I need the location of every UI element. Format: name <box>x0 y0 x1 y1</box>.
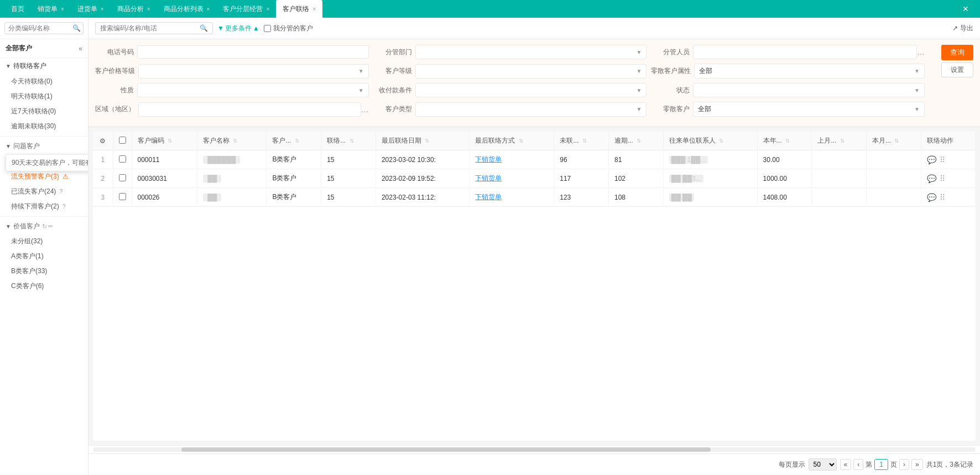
filter-action-buttons: 查询 设置 <box>941 45 973 77</box>
filter-customer-type-select[interactable]: ▼ <box>415 102 647 117</box>
scrollbar-thumb[interactable] <box>181 447 711 452</box>
filter-status-select[interactable]: ▼ <box>693 83 925 97</box>
filter-more-icon[interactable]: … <box>917 48 925 56</box>
row-name: ██ <box>197 188 267 207</box>
row-checkbox[interactable] <box>113 169 132 188</box>
settings-button[interactable]: 设置 <box>941 62 973 77</box>
row-overdue: 108 <box>608 188 663 207</box>
col-actions: 联络动作 <box>921 132 975 150</box>
row-overdue: 102 <box>608 169 663 188</box>
sidebar-item-ungroup[interactable]: 未分组(32) <box>0 234 88 249</box>
search-input[interactable] <box>100 24 200 32</box>
action-more-icon[interactable]: ⠿ <box>940 193 945 202</box>
scrollbar-track[interactable] <box>93 447 976 452</box>
filter-price-level-select[interactable]: ▼ <box>138 64 369 79</box>
collapse-icon[interactable]: « <box>79 45 82 53</box>
sidebar-item-churned[interactable]: 已流失客户(24) ? <box>0 184 88 199</box>
sidebar-item-class-c[interactable]: C类客户(6) <box>0 279 88 294</box>
filter-phone-input[interactable] <box>137 45 369 59</box>
select-all-checkbox[interactable] <box>119 137 126 144</box>
action-more-icon[interactable]: ⠿ <box>940 174 945 183</box>
close-purchase-order[interactable]: × <box>101 6 104 12</box>
page-navigation: « ‹ 第 1 页 › » <box>840 459 923 470</box>
sidebar-item-class-a[interactable]: A类客户(1) <box>0 249 88 264</box>
col-checkbox[interactable] <box>113 132 132 150</box>
row-actions[interactable]: 💬⠿ <box>921 188 975 207</box>
sidebar-item-tomorrow[interactable]: 明天待联络(1) <box>0 89 88 104</box>
sidebar-search-input[interactable] <box>4 22 84 34</box>
action-more-icon[interactable]: ⠿ <box>940 155 945 164</box>
close-product-analysis[interactable]: × <box>147 6 150 12</box>
row-actions[interactable]: 💬⠿ <box>921 169 975 188</box>
sidebar-item-churn-warning[interactable]: 流失预警客户(3) ⚠ <box>0 169 88 184</box>
sidebar-item-declining[interactable]: 持续下滑客户(2) ? <box>0 199 88 214</box>
filter-zero-customer-select[interactable]: 全部▼ <box>693 102 925 117</box>
close-customer-segment[interactable]: × <box>266 6 269 12</box>
sidebar-item-class-b[interactable]: B类客户(33) <box>0 264 88 279</box>
warning-icon: ⚠ <box>62 173 69 180</box>
filter-zero-attr-label: 零散客户属性 <box>651 66 691 76</box>
row-last-type[interactable]: 下销货单 <box>470 169 554 188</box>
nav-product-list[interactable]: 商品分析列表 × <box>157 0 217 18</box>
export-button[interactable]: ↗ 导出 <box>952 24 973 33</box>
value-edit-icon[interactable]: ✏ <box>48 223 53 230</box>
filter-customer-level-select[interactable]: ▼ <box>415 64 647 79</box>
nav-customer-segment[interactable]: 客户分层经营 × <box>216 0 276 18</box>
sidebar-item-7days[interactable]: 近7天待联络(0) <box>0 104 88 119</box>
filter-area-select[interactable] <box>138 102 361 117</box>
advanced-filter-panel: 电话号码 分管部门 ▼ 分管人员 … <box>88 39 980 127</box>
sidebar-item-overdue[interactable]: 逾期未联络(30) <box>0 119 88 134</box>
row-checkbox[interactable] <box>113 188 132 207</box>
filter-dept-select[interactable]: ▼ <box>415 45 647 59</box>
col-this-month: 本月... ⇅ <box>867 132 921 150</box>
search-icon[interactable]: 🔍 <box>200 24 208 32</box>
filter-staff-select[interactable] <box>693 45 917 59</box>
row-last-type[interactable]: 下销货单 <box>470 188 554 207</box>
nav-customer-contact[interactable]: 客户联络 × <box>276 0 322 18</box>
row-last-date: 2023-03-02 10:30: <box>376 150 470 169</box>
row-actions[interactable]: 💬⠿ <box>921 150 975 169</box>
sidebar-search-area: 🔍 <box>0 18 88 39</box>
row-company-contact: ██ ██ <box>663 188 757 207</box>
nav-product-analysis[interactable]: 商品分析 × <box>111 0 157 18</box>
col-settings[interactable]: ⚙ <box>93 132 113 150</box>
my-customers-check[interactable] <box>264 25 271 32</box>
all-customers-header[interactable]: 全部客户 « <box>0 39 88 58</box>
action-chat-icon[interactable]: 💬 <box>927 193 936 202</box>
first-page-btn[interactable]: « <box>840 459 852 470</box>
filter-area-more[interactable]: … <box>361 105 369 114</box>
horizontal-scrollbar[interactable] <box>88 445 980 453</box>
section-problem-customers[interactable]: ▼ 问题客户 <box>0 139 88 154</box>
col-name: 客户名称 ⇅ <box>197 132 267 150</box>
filter-zero-attr: 零散客户属性 全部▼ <box>651 64 925 79</box>
section-value-customers[interactable]: ▼ 价值客户 ↻ ✏ <box>0 219 88 234</box>
query-button[interactable]: 查询 <box>941 45 973 60</box>
action-chat-icon[interactable]: 💬 <box>927 155 936 164</box>
next-page-btn[interactable]: › <box>899 459 909 470</box>
close-sales-order[interactable]: × <box>61 6 64 12</box>
close-customer-contact[interactable]: × <box>312 6 316 12</box>
row-last-type[interactable]: 下销货单 <box>470 150 554 169</box>
nav-home[interactable]: 首页 <box>4 0 31 18</box>
section-pending-contact[interactable]: ▼ 待联络客户 <box>0 58 88 74</box>
prev-page-btn[interactable]: ‹ <box>853 459 863 470</box>
per-page-select[interactable]: 50 100 200 <box>809 458 837 471</box>
row-this-year: 1000.00 <box>757 169 812 188</box>
last-page-btn[interactable]: » <box>911 459 923 470</box>
value-refresh-icon[interactable]: ↻ <box>42 223 47 230</box>
search-box: 🔍 <box>95 22 213 34</box>
filter-payment-select[interactable]: ▼ <box>415 83 647 97</box>
filter-row-4: 区域（地区） … 客户类型 ▼ 零散客户 全部▼ <box>95 102 925 117</box>
action-chat-icon[interactable]: 💬 <box>927 174 936 183</box>
filter-zero-attr-select[interactable]: 全部▼ <box>694 64 925 79</box>
nav-sales-order[interactable]: 销货单 × <box>31 0 71 18</box>
filter-nature-select[interactable]: ▼ <box>137 83 369 97</box>
sidebar-item-today[interactable]: 今天待联络(0) <box>0 74 88 89</box>
filter-staff: 分管人员 … <box>651 45 925 59</box>
row-checkbox[interactable] <box>113 150 132 169</box>
close-product-list[interactable]: × <box>207 6 210 12</box>
more-conditions-btn[interactable]: ▼ 更多条件 ▲ <box>217 24 259 33</box>
window-close-button[interactable]: ✕ <box>956 4 976 13</box>
customer-table: ⚙ 客户编码 ⇅ 客户名称 ⇅ 客户... ⇅ 联络... ⇅ 最后联络日期 ⇅… <box>93 132 976 207</box>
nav-purchase-order[interactable]: 进货单 × <box>71 0 111 18</box>
